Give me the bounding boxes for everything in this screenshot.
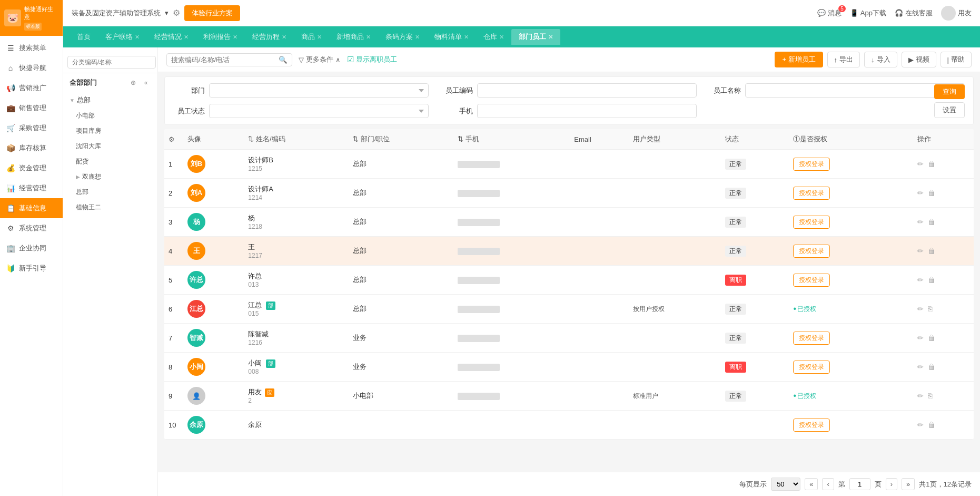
edit-btn[interactable]: ✏ xyxy=(917,363,924,371)
tab-barcode-close[interactable]: ✕ xyxy=(415,34,420,41)
delete-btn[interactable]: 🗑 xyxy=(928,276,935,284)
tab-sales-report-close[interactable]: ✕ xyxy=(184,34,189,41)
sidebar-item-search[interactable]: ☰ 搜索菜单 xyxy=(0,38,63,58)
show-resigned-checkbox[interactable]: ☑ 显示离职员工 xyxy=(347,55,397,64)
edit-btn[interactable]: ✏ xyxy=(917,276,924,284)
tab-goods[interactable]: 商品 ✕ xyxy=(294,29,329,45)
tab-new-goods-close[interactable]: ✕ xyxy=(366,34,371,41)
tab-material[interactable]: 物料清单 ✕ xyxy=(427,29,476,45)
copy-btn[interactable]: ⎘ xyxy=(928,305,932,313)
sidebar-item-basic[interactable]: 📋 基础信息 xyxy=(0,198,63,218)
search-btn[interactable]: 🔍 xyxy=(279,56,288,64)
tab-profit[interactable]: 利润报告 ✕ xyxy=(196,29,245,45)
col-settings[interactable]: ⚙ xyxy=(164,129,183,150)
col-name[interactable]: ⇅ 姓名/编码 xyxy=(244,129,349,150)
trial-btn[interactable]: 体验行业方案 xyxy=(184,5,240,21)
dept-expand-btn[interactable]: ⊕ xyxy=(128,77,138,88)
online-support-btn[interactable]: 🎧 在线客服 xyxy=(895,8,933,18)
tab-new-goods[interactable]: 新增商品 ✕ xyxy=(329,29,378,45)
edit-btn[interactable]: ✏ xyxy=(917,392,924,400)
search-input[interactable] xyxy=(171,56,276,64)
dept-collapse-btn[interactable]: « xyxy=(141,77,151,88)
dept-node-shenyang[interactable]: 沈阳大库 xyxy=(63,139,157,154)
tab-goods-close[interactable]: ✕ xyxy=(317,34,322,41)
export-btn[interactable]: ↑ 导出 xyxy=(827,52,860,67)
dept-node-zhuwang[interactable]: 植物王二 xyxy=(63,200,157,215)
sidebar-item-sales[interactable]: 💼 销售管理 xyxy=(0,98,63,118)
dept-node-peihuo[interactable]: 配货 xyxy=(63,154,157,169)
edit-btn[interactable]: ✏ xyxy=(917,189,924,197)
delete-btn[interactable]: 🗑 xyxy=(928,189,935,197)
import-btn[interactable]: ↓ 导入 xyxy=(864,52,897,67)
auth-login-btn[interactable]: 授权登录 xyxy=(793,274,830,287)
sidebar-item-finance[interactable]: 💰 资金管理 xyxy=(0,158,63,178)
dept-search-input[interactable] xyxy=(67,56,156,69)
tab-staff-close[interactable]: ✕ xyxy=(548,34,553,41)
auth-login-btn[interactable]: 授权登录 xyxy=(793,187,830,200)
prev-page-btn[interactable]: ‹ xyxy=(822,478,834,490)
add-employee-btn[interactable]: + 新增员工 xyxy=(775,52,823,67)
dept-node-xiaodibu[interactable]: 小电部 xyxy=(63,108,157,123)
tab-process[interactable]: 经营历程 ✕ xyxy=(245,29,294,45)
dept-node-xiangmu[interactable]: 项目库房 xyxy=(63,123,157,139)
sidebar-item-operations[interactable]: 📊 经营管理 xyxy=(0,178,63,198)
dept-node-zongbu2[interactable]: 总部 xyxy=(63,184,157,200)
edit-btn[interactable]: ✏ xyxy=(917,218,924,226)
tab-material-close[interactable]: ✕ xyxy=(464,34,469,41)
sidebar-item-inventory[interactable]: 📦 库存核算 xyxy=(0,138,63,158)
edit-btn[interactable]: ✏ xyxy=(917,247,924,255)
auth-login-btn[interactable]: 授权登录 xyxy=(793,216,830,229)
delete-btn[interactable]: 🗑 xyxy=(928,160,935,168)
tab-warehouse[interactable]: 仓库 ✕ xyxy=(476,29,511,45)
filter-name-input[interactable] xyxy=(745,83,965,98)
auth-login-btn[interactable]: 授权登录 xyxy=(793,419,830,432)
tab-profit-close[interactable]: ✕ xyxy=(233,34,237,41)
app-download-btn[interactable]: 📱 App下载 xyxy=(850,8,886,18)
edit-btn[interactable]: ✏ xyxy=(917,305,924,313)
edit-btn[interactable]: ✏ xyxy=(917,334,924,342)
filter-code-input[interactable] xyxy=(477,83,697,98)
last-page-btn[interactable]: » xyxy=(902,478,915,490)
auth-login-btn[interactable]: 授权登录 xyxy=(793,245,830,258)
page-size-select[interactable]: 50 20 100 xyxy=(771,478,800,491)
tab-customer[interactable]: 客户联络 ✕ xyxy=(98,29,147,45)
settings-btn[interactable]: ⚙ xyxy=(173,8,180,18)
page-input[interactable] xyxy=(849,478,870,490)
filter-dept-select[interactable] xyxy=(209,83,429,98)
view-btn[interactable]: ▶ 视频 xyxy=(902,52,936,67)
tab-process-close[interactable]: ✕ xyxy=(282,34,286,41)
auth-login-btn[interactable]: 授权登录 xyxy=(793,158,830,171)
sidebar-item-system[interactable]: ⚙ 系统管理 xyxy=(0,218,63,238)
dept-node-zongbu[interactable]: ▼ 总部 xyxy=(63,92,157,108)
system-dropdown-btn[interactable]: ▾ xyxy=(165,9,169,17)
help-btn[interactable]: | 帮助 xyxy=(941,52,972,67)
tab-warehouse-close[interactable]: ✕ xyxy=(499,34,504,41)
filter-phone-input[interactable] xyxy=(477,104,697,118)
auth-login-btn[interactable]: 授权登录 xyxy=(793,332,830,345)
user-menu[interactable]: 用友 xyxy=(941,6,972,21)
edit-btn[interactable]: ✏ xyxy=(917,421,924,429)
auth-login-btn[interactable]: 授权登录 xyxy=(793,361,830,374)
col-dept[interactable]: ⇅ 部门/职位 xyxy=(349,129,453,150)
copy-btn[interactable]: ⎘ xyxy=(928,392,932,400)
sidebar-item-marketing[interactable]: 📢 营销推广 xyxy=(0,78,63,98)
tab-customer-close[interactable]: ✕ xyxy=(135,34,140,41)
message-btn[interactable]: 💬 消息 5 xyxy=(817,8,842,18)
query-btn[interactable]: 查询 xyxy=(934,84,965,99)
sidebar-item-enterprise[interactable]: 🏢 企业协同 xyxy=(0,238,63,258)
sidebar-item-purchase[interactable]: 🛒 采购管理 xyxy=(0,118,63,138)
delete-btn[interactable]: 🗑 xyxy=(928,334,935,342)
delete-btn[interactable]: 🗑 xyxy=(928,247,935,255)
tab-barcode[interactable]: 条码方案 ✕ xyxy=(378,29,427,45)
delete-btn[interactable]: 🗑 xyxy=(928,363,935,371)
tab-sales-report[interactable]: 经营情况 ✕ xyxy=(147,29,196,45)
filter-status-select[interactable] xyxy=(209,104,429,118)
delete-btn[interactable]: 🗑 xyxy=(928,218,935,226)
dept-node-shuanglu[interactable]: ▶ 双鹿想 xyxy=(63,169,157,184)
reset-btn[interactable]: 设置 xyxy=(934,102,965,118)
tab-home[interactable]: 首页 xyxy=(70,29,98,45)
edit-btn[interactable]: ✏ xyxy=(917,160,924,168)
filter-more-btn[interactable]: ▽ 更多条件 ∧ xyxy=(299,55,341,64)
tab-staff[interactable]: 部门员工 ✕ xyxy=(511,29,560,45)
col-phone[interactable]: ⇅ 手机 xyxy=(453,129,570,150)
